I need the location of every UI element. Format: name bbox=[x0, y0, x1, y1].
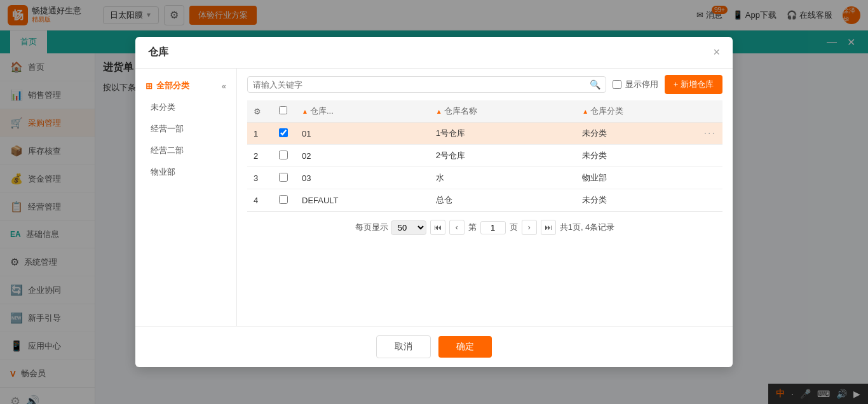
table-row[interactable]: 1 01 1号仓库 未分类 ··· bbox=[247, 123, 722, 145]
category-unclassified[interactable]: 未分类 bbox=[135, 97, 236, 118]
sort-code-icon: ▲ bbox=[302, 108, 308, 115]
row-index: 3 bbox=[247, 167, 273, 189]
warehouse-table: ⚙ ▲ 仓库... bbox=[247, 100, 722, 212]
show-disabled-checkbox[interactable] bbox=[613, 80, 621, 89]
row-index: 4 bbox=[247, 189, 273, 212]
cat-toolbar: 🔍 显示停用 + 新增仓库 bbox=[247, 75, 722, 94]
category-operations2[interactable]: 经营二部 bbox=[135, 140, 236, 161]
row-name: 2号仓库 bbox=[430, 145, 576, 167]
row-code: DEFAULT bbox=[295, 189, 430, 212]
modal-body: ⊞ 全部分类 « 未分类 经营一部 经营二部 物业部 🔍 bbox=[135, 69, 733, 326]
col-checkbox-header bbox=[273, 100, 295, 123]
modal-header: 仓库 × bbox=[135, 37, 733, 69]
col-category-header: ▲ 仓库分类 bbox=[576, 100, 722, 123]
warehouse-content: 🔍 显示停用 + 新增仓库 ⚙ bbox=[237, 69, 733, 326]
prev-page-btn[interactable]: ‹ bbox=[449, 220, 465, 235]
search-box: 🔍 bbox=[247, 76, 606, 93]
collapse-panel-icon[interactable]: « bbox=[222, 81, 226, 91]
cancel-button[interactable]: 取消 bbox=[376, 335, 431, 358]
row-name: 1号仓库 bbox=[430, 123, 576, 145]
select-all-checkbox[interactable] bbox=[279, 106, 287, 114]
add-warehouse-button[interactable]: + 新增仓库 bbox=[665, 75, 722, 94]
col-name-header: ▲ 仓库名称 bbox=[430, 100, 576, 123]
modal-footer: 取消 确定 bbox=[135, 326, 733, 367]
col-settings-header: ⚙ bbox=[247, 100, 273, 123]
row-checkbox[interactable] bbox=[273, 167, 295, 189]
table-row[interactable]: 3 03 水 物业部 bbox=[247, 167, 722, 189]
row-category: 物业部 bbox=[576, 167, 722, 189]
page-number-input[interactable] bbox=[480, 221, 506, 234]
modal-overlay: 仓库 × ⊞ 全部分类 « 未分类 经营一部 经营二部 物业部 bbox=[0, 0, 868, 404]
sort-name-icon: ▲ bbox=[436, 108, 442, 115]
category-property[interactable]: 物业部 bbox=[135, 161, 236, 183]
row-index: 2 bbox=[247, 145, 273, 167]
row-code: 01 bbox=[295, 123, 430, 145]
modal-title: 仓库 bbox=[148, 46, 168, 59]
row-actions-icon[interactable]: ··· bbox=[704, 128, 716, 139]
row-name: 总仓 bbox=[430, 189, 576, 212]
row-checkbox[interactable] bbox=[273, 123, 295, 145]
row-category: 未分类 bbox=[576, 189, 722, 212]
row-category: 未分类 ··· bbox=[576, 123, 722, 145]
row-category: 未分类 bbox=[576, 145, 722, 167]
show-disabled-label: 显示停用 bbox=[613, 79, 658, 90]
confirm-button[interactable]: 确定 bbox=[438, 336, 492, 358]
row-checkbox[interactable] bbox=[273, 145, 295, 167]
search-input[interactable] bbox=[253, 80, 586, 90]
next-page-btn[interactable]: › bbox=[522, 220, 537, 235]
search-icon: 🔍 bbox=[590, 79, 600, 90]
first-page-btn[interactable]: ⏮ bbox=[430, 220, 445, 235]
row-code: 02 bbox=[295, 145, 430, 167]
modal-close-button[interactable]: × bbox=[713, 46, 720, 59]
pagination: 每页显示 50 100 ⏮ ‹ 第 页 › ⏭ 共1页, 4条记录 bbox=[247, 212, 722, 243]
row-name: 水 bbox=[430, 167, 576, 189]
warehouse-modal: 仓库 × ⊞ 全部分类 « 未分类 经营一部 经营二部 物业部 bbox=[135, 37, 733, 367]
per-page-selector: 每页显示 50 100 bbox=[355, 220, 426, 235]
grid-icon: ⊞ bbox=[146, 81, 153, 91]
per-page-select[interactable]: 50 100 bbox=[391, 220, 426, 235]
category-operations1[interactable]: 经营一部 bbox=[135, 118, 236, 140]
col-code-header: ▲ 仓库... bbox=[295, 100, 430, 123]
table-row[interactable]: 2 02 2号仓库 未分类 bbox=[247, 145, 722, 167]
category-panel: ⊞ 全部分类 « 未分类 经营一部 经营二部 物业部 bbox=[135, 69, 237, 326]
page-info: 共1页, 4条记录 bbox=[560, 222, 615, 233]
all-categories-btn[interactable]: ⊞ 全部分类 « bbox=[135, 75, 236, 97]
table-row[interactable]: 4 DEFAULT 总仓 未分类 bbox=[247, 189, 722, 212]
last-page-btn[interactable]: ⏭ bbox=[541, 220, 556, 235]
row-code: 03 bbox=[295, 167, 430, 189]
row-checkbox[interactable] bbox=[273, 189, 295, 212]
sort-category-icon: ▲ bbox=[582, 108, 588, 115]
row-index: 1 bbox=[247, 123, 273, 145]
